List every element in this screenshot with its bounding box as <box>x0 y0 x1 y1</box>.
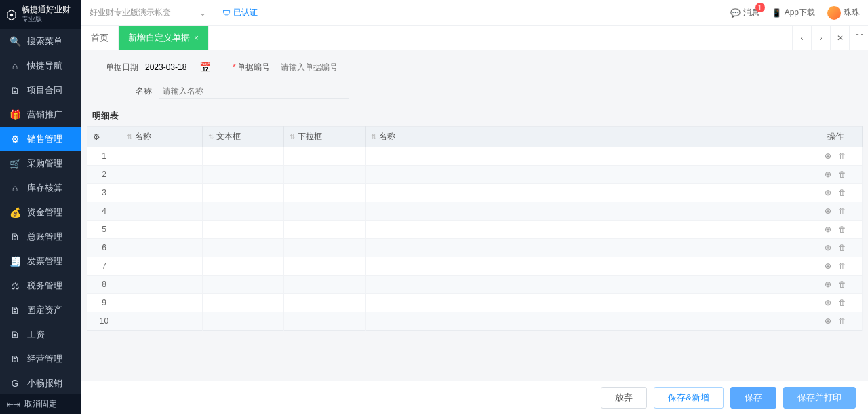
cell-name2[interactable] <box>366 166 808 184</box>
col-name1[interactable]: ⇅名称 <box>121 127 203 147</box>
cell-textbox[interactable] <box>203 202 284 221</box>
cell-name2[interactable] <box>366 221 808 239</box>
col-textbox[interactable]: ⇅文本框 <box>203 127 284 147</box>
sidebar-item-xiaochang[interactable]: G小畅报销 <box>0 371 81 394</box>
name-input[interactable] <box>159 83 349 99</box>
cell-textbox[interactable] <box>203 276 284 294</box>
table-row[interactable]: 8⊕🗑 <box>87 276 863 294</box>
table-row[interactable]: 2⊕🗑 <box>87 166 863 184</box>
row-delete-button[interactable]: 🗑 <box>838 225 846 234</box>
cell-name2[interactable] <box>366 276 808 294</box>
row-delete-button[interactable]: 🗑 <box>838 316 846 326</box>
cell-name1[interactable] <box>121 239 203 257</box>
table-row[interactable]: 4⊕🗑 <box>87 202 863 221</box>
cell-name1[interactable] <box>121 221 203 239</box>
cell-name1[interactable] <box>121 184 203 202</box>
row-add-button[interactable]: ⊕ <box>825 280 831 289</box>
row-delete-button[interactable]: 🗑 <box>838 206 846 216</box>
cell-textbox[interactable] <box>203 257 284 276</box>
tabs-next-button[interactable]: › <box>811 26 830 50</box>
sidebar-item-ledger-mgmt[interactable]: 🗎总账管理 <box>0 225 81 249</box>
sidebar-item-fund-mgmt[interactable]: 💰资金管理 <box>0 200 81 225</box>
verified-badge[interactable]: 🛡 已认证 <box>222 7 258 18</box>
cell-textbox[interactable] <box>203 221 284 239</box>
row-delete-button[interactable]: 🗑 <box>838 170 846 179</box>
cell-textbox[interactable] <box>203 239 284 257</box>
cell-textbox[interactable] <box>203 312 284 331</box>
cell-dropdown[interactable] <box>284 202 366 221</box>
sidebar-item-salary[interactable]: 🗎工资 <box>0 322 81 347</box>
sidebar-pin-toggle[interactable]: ⇤⇥ 取消固定 <box>0 394 81 414</box>
sidebar-item-fixed-assets[interactable]: 🗎固定资产 <box>0 298 81 322</box>
cell-dropdown[interactable] <box>284 276 366 294</box>
cell-name2[interactable] <box>366 312 808 331</box>
messages-button[interactable]: 💬 消息 1 <box>730 7 760 18</box>
cell-dropdown[interactable] <box>284 184 366 202</box>
cell-dropdown[interactable] <box>284 312 366 331</box>
cell-name1[interactable] <box>121 202 203 221</box>
tabs-prev-button[interactable]: ‹ <box>792 26 811 50</box>
cell-name2[interactable] <box>366 257 808 276</box>
row-add-button[interactable]: ⊕ <box>825 298 831 307</box>
row-delete-button[interactable]: 🗑 <box>838 151 846 161</box>
cell-name1[interactable] <box>121 166 203 184</box>
cell-name2[interactable] <box>366 294 808 312</box>
col-settings[interactable]: ⚙ <box>87 127 121 147</box>
row-delete-button[interactable]: 🗑 <box>838 280 846 289</box>
bill-date-input[interactable] <box>145 62 199 72</box>
sidebar-item-search-menu[interactable]: 🔍搜索菜单 <box>0 29 81 54</box>
cell-dropdown[interactable] <box>284 257 366 276</box>
org-selector[interactable]: 好业财专业版演示帐套 ⌄ <box>90 7 206 18</box>
save-and-print-button[interactable]: 保存并打印 <box>783 387 856 409</box>
bill-no-input[interactable] <box>277 60 372 75</box>
fullscreen-button[interactable]: ⛶ <box>849 26 868 50</box>
row-delete-button[interactable]: 🗑 <box>838 243 846 252</box>
row-add-button[interactable]: ⊕ <box>825 261 831 271</box>
row-add-button[interactable]: ⊕ <box>825 225 831 234</box>
sidebar-item-sales-mgmt[interactable]: ⚙销售管理 <box>0 127 81 151</box>
table-row[interactable]: 1⊕🗑 <box>87 147 863 166</box>
cell-name1[interactable] <box>121 276 203 294</box>
cell-dropdown[interactable] <box>284 221 366 239</box>
sidebar-item-stock-account[interactable]: ⌂库存核算 <box>0 176 81 200</box>
sidebar-item-quick-nav[interactable]: ⌂快捷导航 <box>0 54 81 78</box>
discard-button[interactable]: 放弃 <box>601 387 647 409</box>
cell-textbox[interactable] <box>203 294 284 312</box>
row-delete-button[interactable]: 🗑 <box>838 261 846 271</box>
cell-textbox[interactable] <box>203 147 284 166</box>
row-add-button[interactable]: ⊕ <box>825 170 831 179</box>
cell-textbox[interactable] <box>203 184 284 202</box>
cell-dropdown[interactable] <box>284 239 366 257</box>
cell-dropdown[interactable] <box>284 147 366 166</box>
col-name2[interactable]: ⇅名称 <box>366 127 808 147</box>
row-add-button[interactable]: ⊕ <box>825 151 831 161</box>
row-add-button[interactable]: ⊕ <box>825 188 831 197</box>
cell-name2[interactable] <box>366 239 808 257</box>
tabs-close-all-button[interactable]: ✕ <box>830 26 849 50</box>
cell-name2[interactable] <box>366 202 808 221</box>
user-menu[interactable]: 珠珠 <box>827 6 860 20</box>
table-row[interactable]: 9⊕🗑 <box>87 294 863 312</box>
sidebar-item-marketing[interactable]: 🎁营销推广 <box>0 102 81 127</box>
cell-dropdown[interactable] <box>284 294 366 312</box>
table-row[interactable]: 6⊕🗑 <box>87 239 863 257</box>
save-button[interactable]: 保存 <box>730 387 776 409</box>
row-delete-button[interactable]: 🗑 <box>838 188 846 197</box>
cell-name2[interactable] <box>366 184 808 202</box>
row-add-button[interactable]: ⊕ <box>825 206 831 216</box>
calendar-icon[interactable]: 📅 <box>199 62 211 73</box>
sidebar-item-tax-mgmt[interactable]: ⚖税务管理 <box>0 274 81 298</box>
sidebar-item-project-contract[interactable]: 🗎项目合同 <box>0 78 81 102</box>
app-download-button[interactable]: 📱 App下载 <box>772 7 815 18</box>
cell-name1[interactable] <box>121 312 203 331</box>
table-row[interactable]: 7⊕🗑 <box>87 257 863 276</box>
cell-textbox[interactable] <box>203 166 284 184</box>
cell-name1[interactable] <box>121 294 203 312</box>
table-row[interactable]: 10⊕🗑 <box>87 312 863 331</box>
row-delete-button[interactable]: 🗑 <box>838 298 846 307</box>
cell-dropdown[interactable] <box>284 166 366 184</box>
tab-close-icon[interactable]: × <box>194 33 199 43</box>
col-dropdown[interactable]: ⇅下拉框 <box>284 127 366 147</box>
row-add-button[interactable]: ⊕ <box>825 243 831 252</box>
tab-home[interactable]: 首页 <box>81 26 119 50</box>
